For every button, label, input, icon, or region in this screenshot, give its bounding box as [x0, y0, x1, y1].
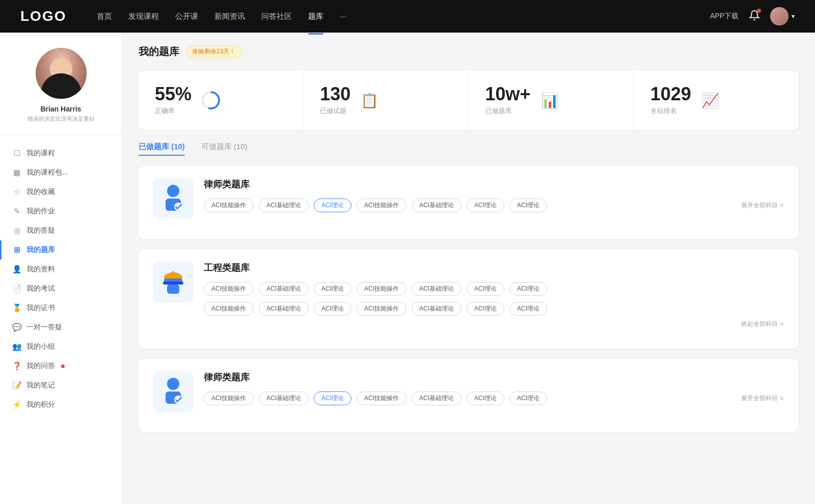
tag-lawyer2-0[interactable]: ACI技能操作: [204, 391, 254, 405]
tag-engineer-3[interactable]: ACI技能操作: [357, 282, 406, 296]
tag-engineer-s4[interactable]: ACI基础理论: [412, 302, 461, 316]
tag-lawyer2-3[interactable]: ACI技能操作: [357, 391, 406, 405]
svg-rect-5: [167, 285, 179, 294]
sidebar-item-my-qa[interactable]: ◎ 我的答疑: [0, 221, 122, 240]
sidebar-item-label-my-group: 我的小组: [26, 342, 55, 351]
question-notification-dot: [61, 365, 65, 368]
tag-engineer-s0[interactable]: ACI技能操作: [204, 302, 254, 316]
sidebar-item-label-my-points: 我的积分: [26, 400, 55, 409]
stats-row: 55% 正确率 130 已做试题 📋 10w+ 已做题库 📊: [139, 71, 799, 130]
expand-link-lawyer-1[interactable]: 展开全部科目 ∨: [741, 201, 784, 210]
tags-row-engineer-1: ACI技能操作 ACI基础理论 ACI理论 ACI技能操作 ACI基础理论 AC…: [204, 282, 784, 296]
stat-done-banks-value-group: 10w+ 已做题库: [485, 85, 531, 116]
notification-dot: [757, 9, 761, 13]
sidebar-item-label-1on1-qa: 一对一答疑: [26, 323, 62, 332]
sidebar-item-my-course[interactable]: ☐ 我的课程: [0, 144, 122, 163]
tag-engineer-s3[interactable]: ACI技能操作: [357, 302, 406, 316]
tag-lawyer-1-3[interactable]: ACI技能操作: [357, 199, 406, 212]
tag-lawyer-1-0[interactable]: ACI技能操作: [204, 199, 254, 212]
tag-lawyer2-5[interactable]: ACI理论: [467, 391, 504, 405]
sidebar-item-my-group[interactable]: 👥 我的小组: [0, 337, 122, 356]
qbank-name-engineer: 工程类题库: [204, 262, 784, 274]
sidebar-item-favorites[interactable]: ☆ 我的收藏: [0, 182, 122, 202]
sidebar-item-label-course-package: 我的课程包...: [26, 168, 68, 177]
qbank-icon-area-engineer: [153, 262, 194, 302]
tag-engineer-s1[interactable]: ACI基础理论: [259, 302, 309, 316]
navbar: LOGO 首页 发现课程 公开课 新闻资讯 问答社区 题库 ··· APP下载 …: [0, 0, 815, 33]
lawyer-icon-2: [160, 376, 186, 407]
qbank-icon-area-lawyer-1: [153, 178, 194, 219]
tag-engineer-0[interactable]: ACI技能操作: [204, 282, 254, 296]
stat-accuracy-value: 55%: [155, 85, 192, 103]
sidebar-item-label-my-exam: 我的考试: [26, 284, 55, 293]
certificate-icon: 🏅: [12, 303, 21, 313]
tag-engineer-5[interactable]: ACI理论: [467, 282, 504, 296]
doc-orange-icon: 📊: [541, 92, 559, 109]
sidebar-item-my-notes[interactable]: 📝 我的笔记: [0, 376, 122, 395]
tag-engineer-4[interactable]: ACI基础理论: [412, 282, 461, 296]
nav-home[interactable]: 首页: [97, 10, 112, 23]
qbank-header-engineer: 工程类题库 ACI技能操作 ACI基础理论 ACI理论 ACI技能操作 ACI基…: [153, 262, 784, 328]
tag-lawyer2-1[interactable]: ACI基础理论: [259, 391, 309, 405]
nav-qbank[interactable]: 题库: [308, 10, 323, 23]
main-layout: Brian Harris 错误的决定比没有决定要好 ☐ 我的课程 ▦ 我的课程包…: [0, 33, 815, 504]
tag-engineer-1[interactable]: ACI基础理论: [259, 282, 309, 296]
expand-link-lawyer-2[interactable]: 展开全部科目 ∨: [741, 394, 784, 403]
stat-done-questions-value: 130: [320, 85, 350, 103]
nav-discover[interactable]: 发现课程: [128, 10, 159, 23]
sidebar-item-label-homework: 我的作业: [26, 207, 55, 216]
tag-lawyer-1-5[interactable]: ACI理论: [467, 199, 504, 212]
nav-opencourse[interactable]: 公开课: [175, 10, 198, 23]
nav-news[interactable]: 新闻资讯: [214, 10, 245, 23]
tag-lawyer-1-1[interactable]: ACI基础理论: [259, 199, 309, 212]
sidebar: Brian Harris 错误的决定比没有决定要好 ☐ 我的课程 ▦ 我的课程包…: [0, 33, 122, 504]
sidebar-item-label-certificate: 我的证书: [26, 303, 55, 313]
tag-engineer-s6[interactable]: ACI理论: [509, 302, 547, 316]
qbank-name-lawyer-2: 律师类题库: [204, 371, 784, 383]
sidebar-item-1on1-qa[interactable]: 💬 一对一答疑: [0, 318, 122, 337]
stat-accuracy-value-group: 55% 正确率: [155, 85, 192, 116]
sidebar-item-my-exam[interactable]: 📄 我的考试: [0, 279, 122, 298]
tag-lawyer-1-2[interactable]: ACI理论: [314, 199, 351, 212]
qbank-card-engineer: 工程类题库 ACI技能操作 ACI基础理论 ACI理论 ACI技能操作 ACI基…: [139, 249, 799, 349]
tag-lawyer-1-4[interactable]: ACI基础理论: [412, 199, 461, 212]
stat-site-rank-label: 全站排名: [650, 106, 691, 116]
sidebar-item-my-info[interactable]: 👤 我的资料: [0, 260, 122, 279]
sidebar-item-course-package[interactable]: ▦ 我的课程包...: [0, 163, 122, 182]
tab-available-banks[interactable]: 可做题库 (10): [201, 142, 248, 156]
sidebar-item-certificate[interactable]: 🏅 我的证书: [0, 298, 122, 318]
users-icon: 👤: [12, 265, 21, 274]
tab-done-banks[interactable]: 已做题库 (10): [139, 142, 185, 156]
sidebar-item-qbank[interactable]: ⊞ 我的题库: [0, 240, 122, 260]
lawyer-icon: [160, 183, 186, 214]
sidebar-menu: ☐ 我的课程 ▦ 我的课程包... ☆ 我的收藏 ✎ 我的作业 ◎ 我的答疑 ⊞…: [0, 144, 122, 414]
notification-button[interactable]: [749, 10, 760, 23]
nav-qa[interactable]: 问答社区: [261, 10, 292, 23]
sidebar-item-label-qbank: 我的题库: [26, 245, 55, 255]
qbank-header-lawyer-1: 律师类题库 ACI技能操作 ACI基础理论 ACI理论 ACI技能操作 ACI基…: [153, 178, 784, 219]
sidebar-item-homework[interactable]: ✎ 我的作业: [0, 202, 122, 221]
tag-lawyer2-4[interactable]: ACI基础理论: [412, 391, 461, 405]
trial-badge: 体验剩余23天！: [185, 45, 242, 58]
logo[interactable]: LOGO: [20, 8, 66, 24]
stat-done-banks: 10w+ 已做题库 📊: [469, 71, 634, 130]
collapse-link-engineer[interactable]: 收起全部科目 ∧: [741, 320, 784, 328]
stat-accuracy: 55% 正确率: [139, 71, 304, 130]
app-download-button[interactable]: APP下载: [710, 12, 739, 21]
tag-lawyer-1-6[interactable]: ACI理论: [509, 199, 547, 212]
sidebar-item-label-my-qa: 我的答疑: [26, 226, 55, 235]
qbank-name-lawyer-1: 律师类题库: [204, 178, 784, 190]
stat-site-rank: 1029 全站排名 📈: [634, 71, 799, 130]
tag-lawyer2-2[interactable]: ACI理论: [314, 391, 351, 405]
sidebar-item-my-points[interactable]: ⚡ 我的积分: [0, 395, 122, 414]
sidebar-item-my-questions[interactable]: ❓ 我的问答: [0, 356, 122, 376]
tag-engineer-s2[interactable]: ACI理论: [314, 302, 351, 316]
qbank-icon-area-lawyer-2: [153, 371, 194, 412]
nav-more[interactable]: ···: [340, 10, 346, 23]
tag-engineer-s5[interactable]: ACI理论: [467, 302, 504, 316]
tag-lawyer2-6[interactable]: ACI理论: [509, 391, 547, 405]
user-avatar-menu[interactable]: ▾: [770, 7, 795, 25]
tag-engineer-2[interactable]: ACI理论: [314, 282, 351, 296]
nav-menu: 首页 发现课程 公开课 新闻资讯 问答社区 题库 ···: [97, 10, 710, 23]
tag-engineer-6[interactable]: ACI理论: [509, 282, 547, 296]
